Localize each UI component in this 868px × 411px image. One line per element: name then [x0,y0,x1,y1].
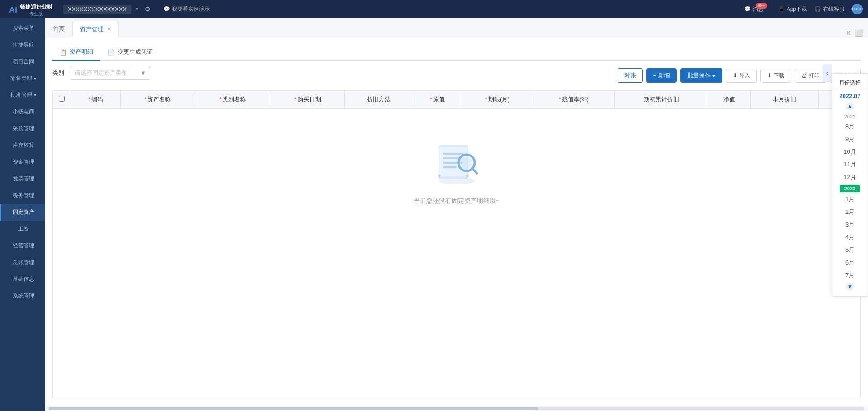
company-name-text: XXXXXXXXXXXXXXX [68,6,127,13]
sub-tabs: 📋 资产明细 📄 变更生成凭证 [52,44,861,61]
month-nav-up[interactable]: ▲ [846,102,854,110]
month-nav-bottom: ▼ [832,282,868,293]
tab-asset-label: 资产管理 [80,25,104,33]
month-9[interactable]: 9月 [832,133,868,146]
th-residual-rate: *残值率(%) [533,91,614,109]
month-7[interactable]: 7月 [832,269,868,282]
sidebar-purchase-label: 采购管理 [13,125,34,132]
bottom-scrollbar[interactable] [45,406,868,411]
sidebar-salary-label: 工资 [18,226,29,232]
add-btn[interactable]: + 新增 [646,68,677,83]
sidebar-finance-label: 资金管理 [13,159,34,165]
sub-tab-change-voucher[interactable]: 📄 变更生成凭证 [100,44,160,61]
sidebar-item-ecommerce[interactable]: 小畅电商 [0,104,45,120]
month-4[interactable]: 4月 [832,231,868,244]
month-2[interactable]: 2月 [832,206,868,218]
asset-table: *编码 *资产名称 *类别名称 *购买日期 折旧方法 *原值 *期限(月) *残… [53,91,860,232]
import-btn[interactable]: ⬇ 导入 [726,69,757,83]
month-nav: ▲ [832,101,868,112]
sidebar-item-purchase[interactable]: 采购管理 [0,120,45,137]
sidebar-item-operations[interactable]: 经营管理 [0,237,45,254]
top-header: Ai 畅捷通好业财 专业版 XXXXXXXXXXXXXXX ▼ ⚙ 💬 我要看实… [0,0,868,18]
reconcile-label: 对账 [624,71,636,80]
sidebar-item-wholesale[interactable]: 批发管理 ▾ [0,87,45,104]
month-11[interactable]: 11月 [832,158,868,171]
page-content: 📋 资产明细 📄 变更生成凭证 类别 请选择固定资产类别 ▼ [45,37,868,406]
sidebar-item-tax[interactable]: 税务管理 [0,187,45,204]
sidebar-ecommerce-label: 小畅电商 [13,109,34,115]
sidebar-item-project[interactable]: 项目合同 [0,53,45,70]
sidebar-system-label: 系统管理 [13,293,34,299]
sidebar-item-ledger[interactable]: 总账管理 [0,254,45,271]
sidebar-retail-label: 零售管理 [10,75,32,82]
th-checkbox[interactable] [53,91,71,109]
tab-bar: 首页 资产管理 ✕ ✕ ⬜ [45,18,868,37]
month-3[interactable]: 3月 [832,218,868,231]
month-1[interactable]: 1月 [832,193,868,206]
sidebar-item-salary[interactable]: 工资 [0,221,45,237]
sidebar-item-retail[interactable]: 零售管理 ▾ [0,70,45,87]
month-5[interactable]: 5月 [832,244,868,256]
sub-tab-asset-detail[interactable]: 📋 资产明细 [52,44,100,61]
scrollbar-thumb[interactable] [49,407,538,410]
year-2022-label: 2022 [832,112,868,120]
online-service-btn[interactable]: 🎧 在线客服 [814,5,844,13]
sidebar-quick-nav-label: 快捷导航 [13,42,34,48]
empty-state: 当前您还没有固定资产明细哦~ [53,109,860,232]
sidebar-item-fixed-asset[interactable]: 固定资产 [0,204,45,221]
messages-btn[interactable]: 💬 消息 99+ [744,5,764,13]
sidebar-basic-info-label: 基础信息 [13,276,34,282]
month-selector-toggle[interactable]: ‹ [823,64,832,82]
empty-state-cell: 当前您还没有固定资产明细哦~ [53,109,860,233]
select-all-checkbox[interactable] [59,96,65,102]
sidebar-item-finance[interactable]: 资金管理 [0,154,45,170]
sidebar-item-basic-info[interactable]: 基础信息 [0,271,45,288]
month-10[interactable]: 10月 [832,146,868,158]
filter-label: 类别 [52,69,64,77]
svg-point-9 [461,157,472,169]
sidebar-item-invoice[interactable]: 发票管理 [0,170,45,187]
reconcile-btn[interactable]: 对账 [618,68,643,83]
th-current-depreciation: 本月折旧 [750,91,818,109]
window-maximize-btn[interactable]: ⬜ [855,29,863,37]
user-avatar[interactable]: XXXXX [852,4,863,14]
th-original-value: *原值 [413,91,462,109]
company-selector[interactable]: XXXXXXXXXXXXXXX [63,5,131,14]
category-select-arrow: ▼ [140,70,146,76]
scrollbar-track[interactable] [49,407,864,410]
download-icon: ⬇ [767,72,772,79]
download-btn[interactable]: ⬇ 下载 [760,69,791,83]
sidebar-item-search[interactable]: 搜索菜单 [0,20,45,37]
print-btn[interactable]: 🖨 打印 [795,69,826,83]
sidebar-item-inventory[interactable]: 库存核算 [0,137,45,154]
month-6[interactable]: 6月 [832,256,868,269]
batch-btn[interactable]: 批量操作 ▾ [680,68,722,83]
app-download-btn[interactable]: 📱 App下载 [778,5,807,13]
demo-link[interactable]: 💬 我要看实例演示 [163,5,210,13]
settings-icon[interactable]: ⚙ [145,5,151,13]
sidebar-item-system[interactable]: 系统管理 [0,288,45,304]
messages-badge: 99+ [756,3,767,9]
table-header-row: *编码 *资产名称 *类别名称 *购买日期 折旧方法 *原值 *期限(月) *残… [53,91,860,109]
content-area: 首页 资产管理 ✕ ✕ ⬜ 📋 资产明细 📄 变更生成 [45,18,868,411]
tab-asset[interactable]: 资产管理 ✕ [72,21,119,37]
th-accumulated-depreciation: 期初累计折旧 [615,91,708,109]
year-2023-marker: 2023 [840,185,860,192]
window-close-btn[interactable]: ✕ [846,29,851,37]
app-name: 畅捷通好业财 [20,3,52,11]
tab-home-label: 首页 [53,25,65,33]
th-net-value: 净值 [708,91,751,109]
empty-state-row: 当前您还没有固定资产明细哦~ [53,109,860,233]
sidebar-operations-label: 经营管理 [13,242,34,249]
sidebar-item-quick-nav[interactable]: 快捷导航 [0,37,45,53]
svg-rect-6 [443,166,457,168]
month-12[interactable]: 12月 [832,171,868,184]
company-dropdown-arrow[interactable]: ▼ [135,7,139,12]
sidebar-ledger-label: 总账管理 [13,259,34,265]
sidebar-inventory-label: 库存核算 [13,142,34,148]
month-nav-down[interactable]: ▼ [846,283,854,291]
tab-home[interactable]: 首页 [45,20,72,37]
month-8[interactable]: 8月 [832,120,868,133]
category-select[interactable]: 请选择固定资产类别 ▼ [70,66,151,80]
tab-asset-close[interactable]: ✕ [107,26,111,32]
